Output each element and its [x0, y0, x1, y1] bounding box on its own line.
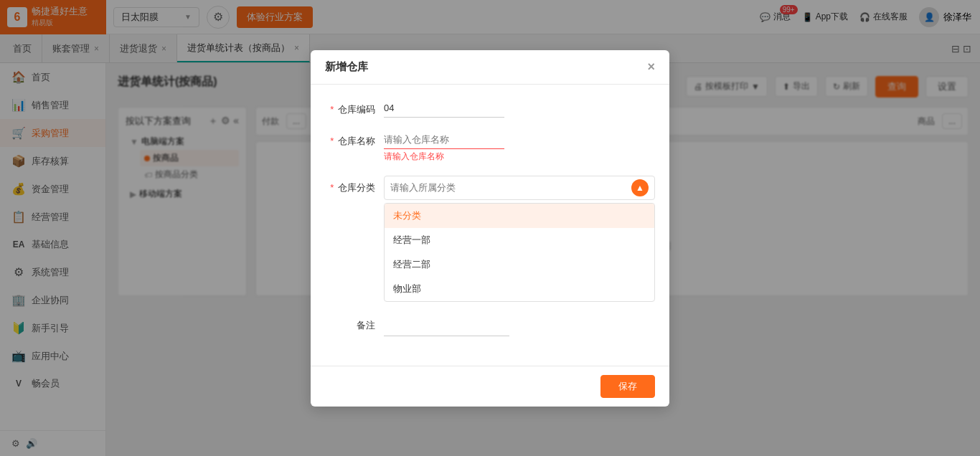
modal-close-btn[interactable]: ×: [647, 60, 655, 73]
notes-control: [384, 315, 655, 338]
code-input[interactable]: [384, 99, 504, 118]
category-dropdown: 未分类 经营一部 经营二部 物业部: [384, 203, 655, 302]
category-field-row: * 仓库分类 ▲ 未分类 经营一部 经营二部 物业部: [325, 176, 655, 302]
code-control: [384, 99, 655, 118]
notes-input[interactable]: [384, 315, 509, 336]
category-input[interactable]: [390, 182, 631, 193]
name-label: * 仓库名称: [325, 130, 375, 148]
name-control: 请输入仓库名称: [384, 130, 655, 163]
modal-footer: 保存: [311, 366, 669, 407]
notes-field-row: 备注: [325, 315, 655, 338]
dropdown-item-property[interactable]: 物业部: [385, 277, 654, 301]
modal-overlay: 新增仓库 × * 仓库编码 * 仓库名称: [0, 0, 980, 456]
code-label: * 仓库编码: [325, 99, 375, 116]
chevron-up-btn[interactable]: ▲: [631, 179, 649, 196]
new-warehouse-modal: 新增仓库 × * 仓库编码 * 仓库名称: [311, 50, 669, 407]
modal-body: * 仓库编码 * 仓库名称 请输入仓库名称: [311, 85, 669, 366]
category-input-wrap[interactable]: ▲: [384, 176, 655, 200]
notes-label: 备注: [325, 315, 375, 332]
dropdown-item-dept1[interactable]: 经营一部: [385, 228, 654, 252]
required-mark: *: [330, 104, 334, 115]
code-field-row: * 仓库编码: [325, 99, 655, 118]
category-control: ▲ 未分类 经营一部 经营二部 物业部: [384, 176, 655, 302]
modal-header: 新增仓库 ×: [311, 50, 669, 85]
save-btn[interactable]: 保存: [600, 375, 655, 398]
category-label: * 仓库分类: [325, 176, 375, 194]
name-input[interactable]: [384, 130, 504, 149]
dropdown-item-unclassified[interactable]: 未分类: [385, 204, 654, 228]
name-field-row: * 仓库名称 请输入仓库名称: [325, 130, 655, 163]
name-error-hint: 请输入仓库名称: [384, 151, 655, 163]
modal-title: 新增仓库: [325, 60, 368, 74]
dropdown-item-dept2[interactable]: 经营二部: [385, 252, 654, 277]
